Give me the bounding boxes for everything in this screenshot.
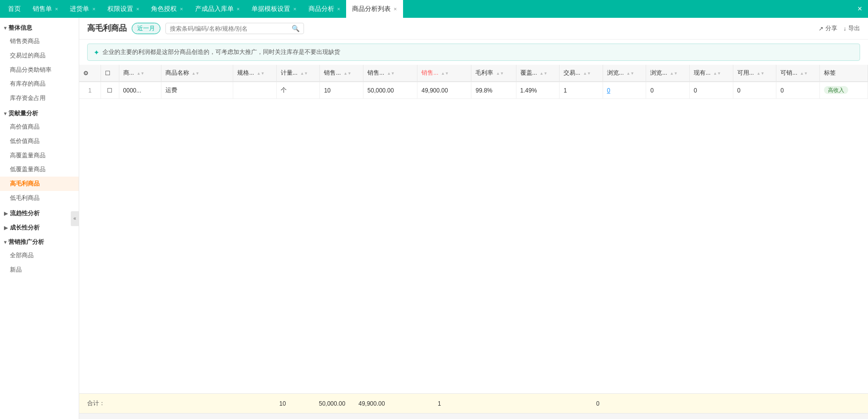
search-container: 🔍 bbox=[165, 23, 304, 34]
cell-name: 运费 bbox=[161, 82, 233, 99]
sidebar-group-growth-arrow: ▶ bbox=[4, 225, 8, 231]
sidebar-item-high-margin[interactable]: 高毛利商品 bbox=[0, 177, 79, 191]
nav-tab-permission-close[interactable]: × bbox=[136, 6, 139, 12]
cell-checkbox[interactable]: ☐ bbox=[101, 82, 119, 99]
footer-transactions: 1 bbox=[434, 400, 473, 407]
nav-tab-purchase-label: 进货单 bbox=[70, 4, 89, 13]
cell-spec bbox=[233, 82, 277, 99]
sidebar-group-contribution[interactable]: ▾ 贡献量分析 bbox=[0, 105, 79, 120]
cell-sales-profit: 49,900.00 bbox=[417, 82, 471, 99]
sidebar-item-low-value[interactable]: 低价值商品 bbox=[0, 134, 79, 148]
search-icon[interactable]: 🔍 bbox=[292, 25, 300, 32]
col-name[interactable]: 商品名称 ▲▼ bbox=[161, 65, 233, 82]
data-table: ⚙ ☐ 商... ▲▼ 商品名称 ▲▼ bbox=[79, 65, 868, 99]
col-sales-profit[interactable]: 销售... ▲▼ bbox=[417, 65, 471, 82]
export-icon: ↓ bbox=[843, 25, 846, 32]
nav-tab-home[interactable]: 首页 bbox=[2, 0, 27, 18]
cell-index: 1 bbox=[79, 82, 101, 99]
nav-tab-purchase-close[interactable]: × bbox=[92, 6, 95, 12]
sidebar-group-marketing[interactable]: ▾ 营销推广分析 bbox=[0, 234, 79, 248]
sidebar-item-sales-goods[interactable]: 销售类商品 bbox=[0, 34, 79, 48]
search-input[interactable] bbox=[170, 25, 292, 32]
sidebar-item-stock-capital[interactable]: 库存资金占用 bbox=[0, 91, 79, 105]
cell-code[interactable]: 0000... bbox=[119, 82, 161, 99]
cell-sales-amount: 50,000.00 bbox=[363, 82, 417, 99]
footer-empty6 bbox=[632, 400, 671, 407]
filter-recent-month-button[interactable]: 近一月 bbox=[132, 23, 160, 34]
col-unit[interactable]: 计量... ▲▼ bbox=[276, 65, 320, 82]
sidebar-item-traded-goods[interactable]: 交易过的商品 bbox=[0, 48, 79, 63]
sidebar-group-overall[interactable]: ▾ 整体信息 bbox=[0, 20, 79, 34]
share-label: 分享 bbox=[825, 24, 837, 33]
sidebar-item-all-goods[interactable]: 全部商品 bbox=[0, 248, 79, 263]
nav-tab-analysis-list[interactable]: 商品分析列表 × bbox=[346, 0, 403, 18]
sidebar-collapse-button[interactable]: « bbox=[71, 211, 79, 226]
col-checkbox[interactable]: ☐ bbox=[101, 65, 119, 82]
col-coverage[interactable]: 覆盖... ▲▼ bbox=[516, 65, 560, 82]
cell-browse1[interactable]: 0 bbox=[603, 82, 646, 99]
footer-empty1 bbox=[176, 400, 275, 407]
horizontal-scrollbar[interactable] bbox=[79, 413, 868, 419]
sidebar-item-high-value[interactable]: 高价值商品 bbox=[0, 120, 79, 134]
sidebar-item-low-coverage[interactable]: 低覆盖量商品 bbox=[0, 162, 79, 177]
share-button[interactable]: ↗ 分享 bbox=[818, 24, 837, 33]
nav-tab-analysis-close[interactable]: × bbox=[337, 6, 340, 12]
col-sales-qty[interactable]: 销售... ▲▼ bbox=[320, 65, 363, 82]
nav-tab-permission[interactable]: 权限设置 × bbox=[102, 0, 145, 18]
col-available-stock[interactable]: 可用... ▲▼ bbox=[733, 65, 776, 82]
sidebar-item-high-coverage[interactable]: 高覆盖量商品 bbox=[0, 148, 79, 163]
col-tag[interactable]: 标签 bbox=[819, 65, 868, 82]
nav-tab-home-label: 首页 bbox=[8, 4, 21, 13]
sidebar-group-trend[interactable]: ▶ 流趋性分析 bbox=[0, 205, 79, 220]
sidebar-item-in-stock[interactable]: 有库存的商品 bbox=[0, 77, 79, 91]
info-icon: ✦ bbox=[94, 48, 100, 56]
col-sales-amount-sort-icon: ▲▼ bbox=[387, 72, 395, 76]
col-spec-sort-icon: ▲▼ bbox=[257, 72, 265, 76]
col-current-stock[interactable]: 现有... ▲▼ bbox=[690, 65, 733, 82]
sidebar-group-growth[interactable]: ▶ 成长性分析 bbox=[0, 220, 79, 234]
col-transactions[interactable]: 交易... ▲▼ bbox=[560, 65, 603, 82]
info-banner: ✦ 企业的主要的利润都是这部分商品创造的，可考虑加大推广，同时关注库存是不要出现… bbox=[87, 44, 860, 61]
col-sellable-stock[interactable]: 可销... ▲▼ bbox=[776, 65, 820, 82]
col-browse2[interactable]: 浏览... ▲▼ bbox=[646, 65, 690, 82]
col-gross-margin[interactable]: 毛利率 ▲▼ bbox=[471, 65, 516, 82]
col-browse1[interactable]: 浏览... ▲▼ bbox=[603, 65, 646, 82]
col-code-sort-icon: ▲▼ bbox=[137, 72, 145, 76]
nav-tab-role-close[interactable]: × bbox=[180, 6, 183, 12]
nav-tab-analysis-list-label: 商品分析列表 bbox=[352, 4, 391, 13]
table-row: 1 ☐ 0000... 运费 个 bbox=[79, 82, 868, 99]
sidebar-item-new-goods[interactable]: 新品 bbox=[0, 263, 79, 277]
col-settings[interactable]: ⚙ bbox=[79, 65, 101, 82]
cell-sellable-stock: 0 bbox=[776, 82, 820, 99]
col-sales-qty-sort-icon: ▲▼ bbox=[344, 72, 352, 76]
sidebar-item-category-rate[interactable]: 商品分类助销率 bbox=[0, 63, 79, 77]
table-container[interactable]: ⚙ ☐ 商... ▲▼ 商品名称 ▲▼ bbox=[79, 65, 868, 393]
nav-tab-analysis-list-close[interactable]: × bbox=[394, 6, 397, 12]
window-close-button[interactable]: × bbox=[854, 4, 866, 13]
nav-tab-role[interactable]: 角色授权 × bbox=[145, 0, 189, 18]
nav-tab-stock-in[interactable]: 产成品入库单 × bbox=[189, 0, 246, 18]
cell-browse2: 0 bbox=[646, 82, 690, 99]
export-button[interactable]: ↓ 导出 bbox=[843, 24, 860, 33]
sidebar-item-low-margin[interactable]: 低毛利商品 bbox=[0, 191, 79, 205]
nav-tab-purchase[interactable]: 进货单 × bbox=[64, 0, 101, 18]
col-name-sort-icon: ▲▼ bbox=[192, 72, 200, 76]
nav-tab-analysis[interactable]: 商品分析 × bbox=[303, 0, 346, 18]
col-unit-sort-icon: ▲▼ bbox=[300, 72, 308, 76]
cell-coverage: 1.49% bbox=[516, 82, 560, 99]
cell-gross-margin: 99.8% bbox=[471, 82, 516, 99]
top-navigation: 首页 销售单 × 进货单 × 权限设置 × 角色授权 × 产成品入库单 × 单据… bbox=[0, 0, 868, 18]
sidebar-group-contribution-arrow: ▾ bbox=[4, 111, 6, 116]
nav-tab-template[interactable]: 单据模板设置 × bbox=[246, 0, 302, 18]
col-gross-margin-sort-icon: ▲▼ bbox=[496, 72, 504, 76]
col-code[interactable]: 商... ▲▼ bbox=[119, 65, 161, 82]
nav-tab-sales-close[interactable]: × bbox=[55, 6, 58, 12]
nav-tab-sales[interactable]: 销售单 × bbox=[27, 0, 64, 18]
info-text: 企业的主要的利润都是这部分商品创造的，可考虑加大推广，同时关注库存是不要出现缺货 bbox=[102, 48, 340, 56]
sidebar-group-trend-label: 流趋性分析 bbox=[10, 209, 40, 218]
nav-tab-template-close[interactable]: × bbox=[293, 6, 296, 12]
col-sales-amount[interactable]: 销售... ▲▼ bbox=[363, 65, 417, 82]
col-spec[interactable]: 规格... ▲▼ bbox=[233, 65, 277, 82]
cell-current-stock: 0 bbox=[690, 82, 733, 99]
nav-tab-stock-in-close[interactable]: × bbox=[237, 6, 240, 12]
